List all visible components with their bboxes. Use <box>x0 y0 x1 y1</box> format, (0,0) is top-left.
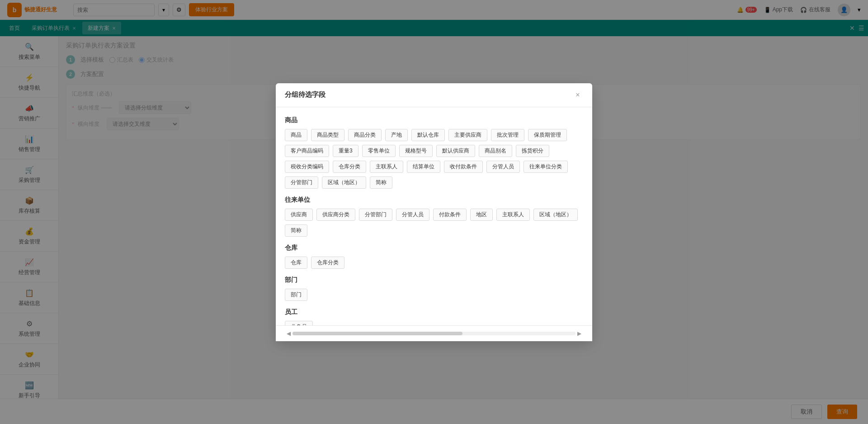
field-tag-spec-model[interactable]: 规格型号 <box>399 145 433 157</box>
modal-overlay: 分组待选字段 × 商品 商品 商品类型 商品分类 产地 默认仓库 主要供应商 批… <box>0 0 868 424</box>
field-grid-warehouse: 仓库 仓库分类 <box>285 257 583 269</box>
field-tag-default-supplier[interactable]: 默认供应商 <box>436 145 475 157</box>
scroll-left-arrow[interactable]: ◀ <box>285 330 292 337</box>
field-tag-tax-code[interactable]: 税收分类编码 <box>285 161 329 173</box>
field-tag-short-name-goods[interactable]: 简称 <box>370 176 392 189</box>
field-tag-payment-terms[interactable]: 收付款条件 <box>444 161 483 173</box>
modal-header: 分组待选字段 × <box>276 83 592 107</box>
horizontal-scrollbar[interactable] <box>292 332 576 335</box>
field-tag-expiry-mgmt[interactable]: 保质期管理 <box>528 129 567 141</box>
field-tag-partner-short-name[interactable]: 简称 <box>285 224 307 237</box>
field-tag-origin[interactable]: 产地 <box>385 129 408 141</box>
section-title-partner: 往来单位 <box>285 196 583 204</box>
field-tag-pick-points[interactable]: 拣货积分 <box>516 145 549 157</box>
field-tag-goods-category[interactable]: 商品分类 <box>348 129 382 141</box>
field-grid-department: 部门 <box>285 289 583 301</box>
field-grid-goods: 商品 商品类型 商品分类 产地 默认仓库 主要供应商 批次管理 保质期管理 客户… <box>285 129 583 189</box>
field-tag-payment-condition[interactable]: 付款条件 <box>433 209 467 221</box>
field-tag-related-unit-category[interactable]: 往来单位分类 <box>524 161 568 173</box>
field-grid-employee: 业务员 <box>285 321 583 325</box>
scroll-thumb <box>292 332 462 335</box>
field-tag-main-supplier[interactable]: 主要供应商 <box>448 129 487 141</box>
field-tag-partner-region[interactable]: 区域（地区） <box>533 209 578 221</box>
section-title-goods: 商品 <box>285 116 583 124</box>
field-tag-partner-dept[interactable]: 分管部门 <box>359 209 392 221</box>
section-title-department: 部门 <box>285 276 583 284</box>
field-tag-supervisor[interactable]: 分管人员 <box>486 161 520 173</box>
modal-title: 分组待选字段 <box>285 91 326 99</box>
field-tag-partner-supervisor[interactable]: 分管人员 <box>396 209 429 221</box>
field-tag-main-contact[interactable]: 主联系人 <box>370 161 403 173</box>
field-tag-goods[interactable]: 商品 <box>285 129 307 141</box>
section-title-warehouse: 仓库 <box>285 244 583 252</box>
modal-footer-scrollbar: ◀ ▶ <box>276 325 592 341</box>
field-tag-partner-main-contact[interactable]: 主联系人 <box>496 209 530 221</box>
field-tag-retail-unit[interactable]: 零售单位 <box>362 145 396 157</box>
field-tag-dept[interactable]: 分管部门 <box>285 176 318 189</box>
modal-close-button[interactable]: × <box>572 90 583 100</box>
field-tag-salesperson[interactable]: 业务员 <box>285 321 313 325</box>
field-tag-supplier[interactable]: 供应商 <box>285 209 313 221</box>
field-tag-weight3[interactable]: 重量3 <box>333 145 359 157</box>
field-tag-goods-alias[interactable]: 商品别名 <box>479 145 512 157</box>
scroll-right-arrow[interactable]: ▶ <box>576 330 583 337</box>
field-tag-supplier-category[interactable]: 供应商分类 <box>316 209 355 221</box>
field-tag-warehouse[interactable]: 仓库 <box>285 257 307 269</box>
field-tag-area[interactable]: 地区 <box>470 209 493 221</box>
modal-body: 商品 商品 商品类型 商品分类 产地 默认仓库 主要供应商 批次管理 保质期管理… <box>276 107 592 325</box>
field-tag-customer-goods-code[interactable]: 客户商品编码 <box>285 145 329 157</box>
field-tag-warehouse-cat[interactable]: 仓库分类 <box>311 257 344 269</box>
section-title-employee: 员工 <box>285 308 583 316</box>
field-tag-settlement-unit[interactable]: 结算单位 <box>407 161 440 173</box>
field-tag-region-goods[interactable]: 区域（地区） <box>322 176 366 189</box>
field-tag-department[interactable]: 部门 <box>285 289 307 301</box>
field-select-modal: 分组待选字段 × 商品 商品 商品类型 商品分类 产地 默认仓库 主要供应商 批… <box>276 83 592 341</box>
field-tag-default-warehouse[interactable]: 默认仓库 <box>411 129 445 141</box>
field-tag-goods-type[interactable]: 商品类型 <box>311 129 344 141</box>
field-tag-batch-mgmt[interactable]: 批次管理 <box>491 129 524 141</box>
field-grid-partner: 供应商 供应商分类 分管部门 分管人员 付款条件 地区 主联系人 区域（地区） … <box>285 209 583 237</box>
field-tag-warehouse-category[interactable]: 仓库分类 <box>333 161 366 173</box>
